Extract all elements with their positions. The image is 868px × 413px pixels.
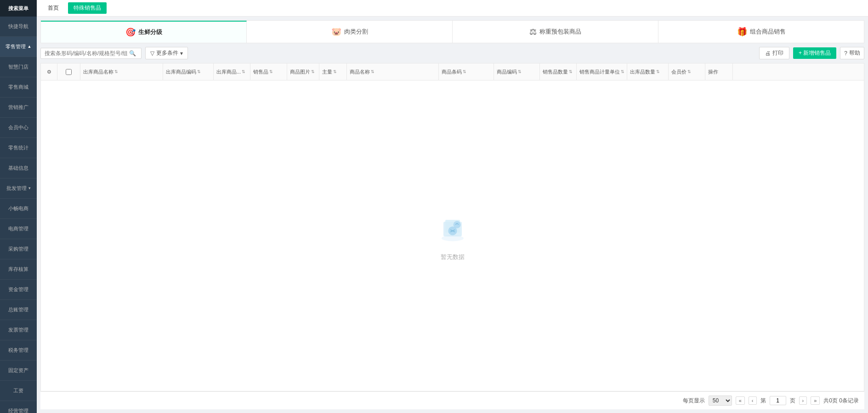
- sidebar-item-label: 批发管理: [6, 185, 27, 192]
- sort-icon[interactable]: ⇅: [656, 69, 660, 74]
- sort-icon[interactable]: ⇅: [197, 69, 201, 74]
- first-page-button[interactable]: «: [736, 396, 745, 405]
- sort-icon[interactable]: ⇅: [569, 69, 573, 74]
- sidebar-item-fixed-assets[interactable]: 固定资产: [0, 361, 37, 381]
- cat-tab-label: 组合商品销售: [750, 28, 786, 36]
- total-info: 共0页 0条记录: [823, 397, 859, 405]
- tab-special-sale[interactable]: 特殊销售品: [68, 2, 107, 14]
- sidebar-item-label: 智慧门店: [8, 63, 28, 70]
- filter-arrow-icon: ▾: [180, 50, 183, 57]
- sidebar-item-label: 零售商城: [8, 84, 28, 91]
- sidebar-item-label: 税务管理: [8, 347, 28, 354]
- sidebar-item-retail-mall[interactable]: 零售商城: [0, 77, 37, 98]
- filter-button[interactable]: ▽ 更多条件 ▾: [145, 47, 188, 59]
- sidebar-item-marketing[interactable]: 营销推广: [0, 98, 37, 118]
- page-number-input[interactable]: [770, 396, 786, 405]
- th-checkbox[interactable]: [57, 63, 80, 80]
- help-button[interactable]: ? 帮助: [840, 47, 864, 59]
- prev-page-button[interactable]: ‹: [749, 396, 757, 405]
- empty-text: 暂无数据: [441, 253, 465, 261]
- cat-tab-weigh-pack[interactable]: ⚖ 称重预包装商品: [453, 21, 658, 43]
- sort-icon[interactable]: ⇅: [242, 69, 245, 74]
- th-action: 操作: [705, 63, 733, 80]
- sidebar-item-label: 会员中心: [8, 124, 28, 131]
- toolbar-right: 🖨 打印 + 新增销售品 ? 帮助: [759, 47, 864, 59]
- sidebar-item-retail-mgmt[interactable]: 零售管理 ▲: [0, 37, 37, 57]
- chevron-down-icon: ▲: [28, 44, 32, 50]
- sort-icon[interactable]: ⇅: [333, 69, 337, 74]
- sort-icon[interactable]: ⇅: [621, 69, 624, 74]
- th-weight: 主量 ⇅: [319, 63, 347, 80]
- sidebar-item-tax-mgmt[interactable]: 税务管理: [0, 340, 37, 361]
- sidebar-item-label: 小畅电商: [8, 205, 28, 212]
- select-all-checkbox[interactable]: [66, 69, 72, 75]
- sidebar-item-invoice-mgmt[interactable]: 发票管理: [0, 320, 37, 340]
- th-sale-unit: 销售商品计量单位 ⇅: [577, 63, 627, 80]
- main-area: 首页 特殊销售品 🎯 生鲜分级 🐷 肉类分割 ⚖ 称重预包装商品 🎁 组合商品销…: [37, 0, 868, 413]
- th-barcode: 商品条码 ⇅: [439, 63, 494, 80]
- print-button[interactable]: 🖨 打印: [759, 47, 789, 59]
- sidebar-item-label: 库存核算: [8, 266, 28, 273]
- content-area: 🎯 生鲜分级 🐷 肉类分割 ⚖ 称重预包装商品 🎁 组合商品销售 🔍: [37, 17, 868, 413]
- tab-home[interactable]: 首页: [42, 2, 64, 14]
- new-sale-item-button[interactable]: + 新增销售品: [793, 47, 836, 59]
- last-page-button[interactable]: »: [811, 396, 820, 405]
- sidebar-item-ops-mgmt[interactable]: 经营管理: [0, 401, 37, 413]
- th-out-sku: 出库商品... ⇅: [214, 63, 250, 80]
- page-jump-label: 第: [760, 397, 766, 405]
- sidebar-item-retail-stats[interactable]: 零售统计: [0, 138, 37, 158]
- cat-tab-meat-split[interactable]: 🐷 肉类分割: [247, 21, 453, 43]
- sort-icon[interactable]: ⇅: [269, 69, 273, 74]
- cat-tab-fresh-grade[interactable]: 🎯 生鲜分级: [41, 21, 247, 43]
- combo-sale-icon: 🎁: [737, 27, 747, 37]
- sidebar-item-label: 工资: [13, 387, 23, 394]
- new-sale-item-label: + 新增销售品: [799, 49, 831, 57]
- category-tabs: 🎯 生鲜分级 🐷 肉类分割 ⚖ 称重预包装商品 🎁 组合商品销售: [40, 20, 864, 43]
- sidebar-item-quick-nav[interactable]: 快捷导航: [0, 17, 37, 37]
- sidebar-item-label: 营销推广: [8, 104, 28, 111]
- toolbar: 🔍 ▽ 更多条件 ▾ 🖨 打印 + 新增销售品 ? 帮助: [40, 47, 864, 59]
- sidebar-item-member-center[interactable]: 会员中心: [0, 118, 37, 138]
- th-out-qty: 出库品数量 ⇅: [627, 63, 669, 80]
- th-gname: 商品名称 ⇅: [347, 63, 439, 80]
- cat-tab-combo-sale[interactable]: 🎁 组合商品销售: [658, 21, 864, 43]
- sidebar-item-hr[interactable]: 工资: [0, 381, 37, 401]
- search-input[interactable]: [45, 50, 127, 57]
- sidebar-item-smart-store[interactable]: 智慧门店: [0, 57, 37, 77]
- sort-icon[interactable]: ⇅: [687, 69, 691, 74]
- sort-icon[interactable]: ⇅: [518, 69, 522, 74]
- sort-icon[interactable]: ⇅: [371, 69, 374, 74]
- sidebar-item-ecom-mgmt[interactable]: 电商管理: [0, 219, 37, 239]
- help-icon: ?: [844, 50, 847, 57]
- sidebar-item-finance[interactable]: 资金管理: [0, 280, 37, 300]
- sort-icon[interactable]: ⇅: [463, 69, 466, 74]
- next-page-button[interactable]: ›: [799, 396, 807, 405]
- sidebar-item-batch-mgmt[interactable]: 批发管理 ▾: [0, 178, 37, 199]
- sidebar-item-purchase-mgmt[interactable]: 采购管理: [0, 239, 37, 259]
- search-box[interactable]: 🔍: [40, 48, 142, 59]
- sidebar-item-label: 采购管理: [8, 246, 28, 252]
- th-setting[interactable]: ⚙: [41, 63, 57, 80]
- sidebar-item-basic-info[interactable]: 基础信息: [0, 158, 37, 178]
- fresh-grade-icon: 🎯: [125, 27, 136, 37]
- empty-state: 暂无数据: [41, 80, 864, 391]
- sort-icon[interactable]: ⇅: [114, 69, 118, 74]
- topbar: 首页 特殊销售品: [37, 0, 868, 17]
- meat-split-icon: 🐷: [331, 27, 341, 37]
- page-size-select[interactable]: 10 20 50 100: [709, 396, 732, 406]
- sort-icon[interactable]: ⇅: [311, 69, 315, 74]
- table-header: ⚙ 出库商品名称 ⇅ 出库商品编码 ⇅ 出库商品... ⇅ 销售品: [41, 63, 864, 80]
- th-gcode: 商品编码 ⇅: [494, 63, 540, 80]
- page-size-label: 每页显示: [683, 397, 705, 405]
- print-label: 打印: [772, 49, 783, 57]
- sidebar-item-mini-ecom[interactable]: 小畅电商: [0, 199, 37, 219]
- th-sale-qty: 销售品数量 ⇅: [540, 63, 577, 80]
- print-icon: 🖨: [765, 50, 771, 57]
- pagination: 每页显示 10 20 50 100 « ‹ 第 页 › » 共0页 0条记录: [40, 391, 864, 409]
- sidebar-item-general-ledger[interactable]: 总账管理: [0, 300, 37, 320]
- sidebar-item-inventory[interactable]: 库存核算: [0, 259, 37, 280]
- th-out-code: 出库商品编码 ⇅: [163, 63, 214, 80]
- cat-tab-label: 生鲜分级: [138, 28, 162, 36]
- help-label: 帮助: [849, 49, 860, 57]
- search-icon: 🔍: [129, 50, 136, 57]
